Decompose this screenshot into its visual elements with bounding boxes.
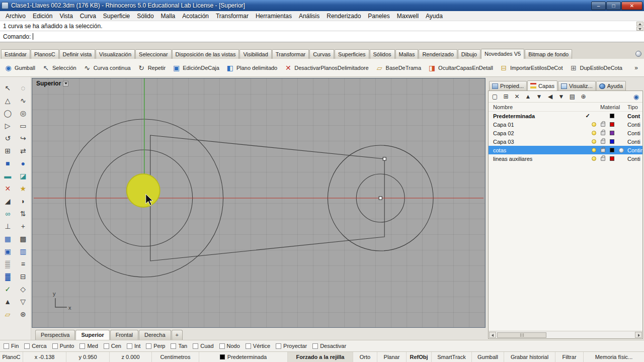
palette-tool-icon[interactable]: ◎ [17, 108, 29, 118]
visibility-bulb-icon[interactable] [592, 131, 596, 135]
palette-tool-icon[interactable]: ◌ [17, 83, 29, 93]
checkbox-icon[interactable] [127, 343, 132, 349]
viewport-canvas[interactable]: y x [32, 78, 485, 327]
status-planar-toggle[interactable]: Planar [377, 352, 407, 362]
toolbar-tab-renderizado[interactable]: Renderizado [419, 49, 457, 59]
lock-icon[interactable] [601, 140, 605, 144]
checkbox-icon[interactable] [171, 343, 176, 349]
visibility-bulb-icon[interactable] [592, 139, 596, 144]
tab-propiedades[interactable]: Propied... [489, 81, 527, 90]
menu-item-superficie[interactable]: Superficie [100, 12, 133, 21]
status-osnap-toggle[interactable]: RefObj [407, 352, 432, 362]
palette-tool-icon[interactable]: ∞ [2, 209, 14, 219]
layer-linetype[interactable]: Conti [627, 139, 642, 145]
status-ortho-toggle[interactable]: Orto [353, 352, 377, 362]
add-viewport-tab-button[interactable]: + [172, 330, 183, 340]
scroll-left-icon[interactable] [489, 332, 496, 338]
dup-estilo-button[interactable]: ⊞DupEstiloDeCota [570, 63, 622, 72]
column-header-tipo[interactable]: Tipo [627, 104, 642, 110]
visibility-bulb-icon[interactable] [592, 122, 596, 127]
scroll-up-icon[interactable] [636, 22, 643, 26]
menu-item-renderizado[interactable]: Renderizado [323, 12, 364, 21]
lock-icon[interactable] [601, 131, 605, 135]
viewport-tab-derecha[interactable]: Derecha [139, 330, 171, 340]
layer-color-swatch[interactable] [610, 122, 614, 127]
layer-linetype[interactable]: Conti [627, 130, 642, 136]
collapse-icon[interactable]: ◀ [546, 93, 554, 100]
layer-row-lineas-auxiliares[interactable]: lineas auxiliares Conti [489, 154, 642, 163]
checkbox-icon[interactable] [193, 343, 198, 349]
command-input[interactable]: Comando: [0, 31, 644, 42]
menu-item-ayuda[interactable]: Ayuda [422, 12, 446, 21]
layer-row-cotas[interactable]: cotas Contin [489, 146, 642, 154]
new-layer-icon[interactable]: ▢ [491, 93, 499, 100]
filter-icon[interactable]: ▼ [557, 93, 565, 100]
toolbar-tab-disposicion[interactable]: Disposición de las vistas [172, 49, 239, 59]
toolbar-tab-bitmap-de-fondo[interactable]: Bitmap de fondo [525, 49, 572, 59]
palette-tool-icon[interactable]: ↪ [17, 133, 29, 143]
layer-linetype[interactable]: Cont [627, 113, 642, 119]
palette-tool-icon[interactable]: ▭ [17, 121, 29, 131]
scroll-right-icon[interactable] [635, 332, 642, 338]
layer-row-capa-02[interactable]: Capa 02 Conti [489, 129, 642, 137]
palette-tool-icon[interactable]: ◪ [17, 171, 29, 181]
checkbox-icon[interactable] [79, 343, 85, 349]
checkbox-icon[interactable] [276, 343, 281, 349]
toolbar-tab-novedades-v5[interactable]: Novedades V5 [481, 49, 524, 59]
checkbox-icon[interactable] [104, 343, 109, 349]
help-globe-icon[interactable]: ◉ [632, 93, 640, 101]
menu-item-transformar[interactable]: Transformar [212, 12, 252, 21]
layer-color-swatch[interactable] [610, 139, 614, 144]
close-button[interactable]: ✕ [621, 2, 642, 10]
palette-tool-icon[interactable]: ✓ [2, 284, 14, 294]
checkbox-icon[interactable] [246, 343, 251, 349]
palette-tool-icon[interactable]: ✕ [2, 184, 14, 194]
palette-tool-icon[interactable]: ▣ [2, 246, 14, 256]
viewport-superior[interactable]: Superior y x [32, 78, 486, 328]
command-history[interactable]: 1 curva se ha añadido a la selección. [0, 21, 644, 31]
toolbar-tab-visualizacion[interactable]: Visualización [96, 49, 135, 59]
visibility-bulb-icon[interactable] [592, 148, 596, 152]
palette-tool-icon[interactable]: ▩ [17, 234, 29, 244]
toolbar-tab-dibujo[interactable]: Dibujo [458, 49, 480, 59]
osnap-cerca[interactable]: Cerca [24, 343, 46, 349]
layer-color-swatch[interactable] [610, 114, 614, 118]
status-grid-snap-toggle[interactable]: Forzado a la rejilla [288, 352, 353, 362]
toolbar-tab-curvas[interactable]: Curvas [309, 49, 334, 59]
osnap-med[interactable]: Med [79, 343, 98, 349]
delete-layer-icon[interactable]: ✕ [513, 93, 521, 100]
menu-item-paneles[interactable]: Paneles [364, 12, 393, 21]
palette-tool-icon[interactable]: ⇅ [17, 209, 29, 219]
checkbox-icon[interactable] [219, 343, 225, 349]
layer-name[interactable]: Predeterminada [489, 113, 584, 119]
palette-tool-icon[interactable]: ▽ [17, 297, 29, 307]
palette-tool-icon[interactable]: ★ [17, 184, 29, 194]
status-smarttrack-toggle[interactable]: SmartTrack [432, 352, 472, 362]
current-layer-check-icon[interactable]: ✓ [584, 113, 592, 119]
palette-tool-icon[interactable]: ≡ [17, 259, 29, 269]
osnap-vertice[interactable]: Vértice [246, 343, 270, 349]
lock-icon[interactable] [601, 123, 605, 127]
visibility-bulb-icon[interactable] [592, 156, 596, 161]
status-current-layer[interactable]: Predeterminada [199, 352, 288, 362]
viewport-tab-perspectiva[interactable]: Perspectiva [35, 330, 75, 340]
viewport-menu-dropdown-icon[interactable] [63, 81, 68, 86]
toolbar-tab-definir-vista[interactable]: Definir vista [59, 49, 95, 59]
column-header-nombre[interactable]: Nombre [489, 104, 600, 110]
material-sphere-icon[interactable] [619, 148, 624, 153]
viewport-tab-superior[interactable]: Superior [75, 330, 109, 340]
osnap-punto[interactable]: Punto [52, 343, 74, 349]
checkbox-icon[interactable] [24, 343, 30, 349]
tab-ayuda[interactable]: Ayuda [596, 81, 626, 90]
menu-item-edicion[interactable]: Edición [29, 12, 56, 21]
maximize-button[interactable]: □ [606, 2, 621, 10]
viewport-title[interactable]: Superior [36, 80, 68, 87]
palette-tool-icon[interactable]: ▬ [2, 171, 14, 181]
palette-tool-icon[interactable]: △ [2, 96, 14, 106]
menu-item-analisis[interactable]: Análisis [295, 12, 323, 21]
palette-tool-icon[interactable]: ▓ [2, 272, 14, 282]
layer-name[interactable]: Capa 03 [489, 139, 584, 145]
edicion-de-caja-button[interactable]: ▣EdiciónDeCaja [172, 63, 219, 72]
layer-tools-icon[interactable]: ⊕ [580, 93, 587, 100]
osnap-tan[interactable]: Tan [171, 343, 187, 349]
